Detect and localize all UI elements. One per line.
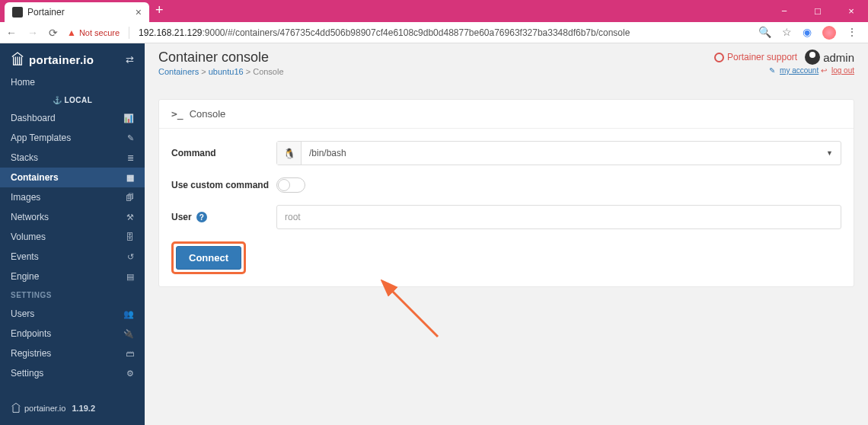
breadcrumb: Containers > ubuntu16 > Console <box>158 67 284 76</box>
sitemap-icon: ⚒ <box>126 212 134 222</box>
tab-close-icon[interactable]: × <box>136 6 142 18</box>
new-tab-button[interactable]: + <box>155 2 164 20</box>
nav-reload-icon[interactable]: ⟳ <box>49 27 58 39</box>
window-close[interactable]: × <box>834 0 868 22</box>
nav-back-icon[interactable]: ← <box>6 27 17 39</box>
custom-command-label: Use custom command <box>171 180 276 190</box>
toggle-knob <box>278 179 290 191</box>
history-icon: ↺ <box>127 252 134 262</box>
sidebar-item-stacks[interactable]: Stacks≣ <box>0 148 145 168</box>
browser-titlebar: Portainer × + − □ × <box>0 0 868 22</box>
sidebar-item-app-templates[interactable]: App Templates✎ <box>0 128 145 148</box>
sidebar-item-engine[interactable]: Engine▤ <box>0 267 145 286</box>
browser-menu-icon[interactable]: ⋮ <box>847 26 857 40</box>
user-badge[interactable]: admin <box>805 50 854 65</box>
window-maximize[interactable]: □ <box>801 0 834 22</box>
logo-text: portainer.io <box>29 53 94 66</box>
edit-icon: ✎ <box>769 66 775 75</box>
sidebar-item-volumes[interactable]: Volumes🗄 <box>0 227 145 247</box>
custom-command-toggle[interactable] <box>276 177 305 193</box>
clone-icon: 🗐 <box>126 193 134 202</box>
lifebuoy-icon <box>714 53 724 62</box>
sidebar-item-networks[interactable]: Networks⚒ <box>0 207 145 227</box>
browser-tab[interactable]: Portainer × <box>5 2 149 22</box>
collapse-icon[interactable]: ⇄ <box>126 54 134 66</box>
annotation-arrow-icon <box>381 280 449 348</box>
sidebar-footer: portainer.io 1.19.2 <box>0 395 145 425</box>
sidebar-settings-heading: SETTINGS <box>0 286 145 304</box>
nav-forward-icon: → <box>27 27 38 39</box>
user-icon <box>805 50 820 65</box>
browser-toolbar: ← → ⟳ ▲ Not secure 192.168.21.129:9000/#… <box>0 22 868 43</box>
connect-button[interactable]: Connect <box>176 246 241 270</box>
th-icon: ▤ <box>126 272 134 282</box>
portainer-logo-icon <box>11 51 24 68</box>
help-icon[interactable]: ? <box>196 212 207 222</box>
sidebar: portainer.io ⇄ Home ⚓ LOCAL Dashboard📊 A… <box>0 43 145 425</box>
connect-highlight: Connect <box>171 241 246 274</box>
caret-down-icon: ▼ <box>826 149 833 157</box>
profile-avatar-icon[interactable] <box>822 26 836 40</box>
panel-header: >_ Console <box>159 100 854 129</box>
window-minimize[interactable]: − <box>767 0 801 22</box>
account-links: ✎my account ↩log out <box>769 66 854 75</box>
logo[interactable]: portainer.io ⇄ <box>0 43 145 72</box>
main-content: Container console Containers > ubuntu16 … <box>145 43 868 425</box>
command-label: Command <box>171 148 276 158</box>
pencil-icon: ✎ <box>127 133 134 143</box>
logout-link[interactable]: log out <box>831 66 854 75</box>
breadcrumb-current: Console <box>253 67 283 76</box>
security-label: Not secure <box>79 28 120 37</box>
command-select[interactable]: 🐧 /bin/bash ▼ <box>276 141 841 165</box>
plug-icon: 🔌 <box>123 329 134 339</box>
cogs-icon: ⚙ <box>126 369 134 379</box>
security-badge[interactable]: ▲ Not secure <box>67 27 120 38</box>
stack-icon: ≣ <box>127 153 134 163</box>
breadcrumb-container-name[interactable]: ubuntu16 <box>209 67 244 76</box>
tab-favicon <box>12 7 23 18</box>
command-value: /bin/bash <box>309 148 346 158</box>
sidebar-item-containers[interactable]: Containers▦ <box>0 168 145 187</box>
user-input[interactable]: root <box>276 205 841 229</box>
page-title: Container console <box>158 50 284 66</box>
tachometer-icon: 📊 <box>123 113 134 123</box>
sidebar-item-endpoints[interactable]: Endpoints🔌 <box>0 324 145 344</box>
svg-line-0 <box>390 289 438 337</box>
warning-icon: ▲ <box>67 27 76 38</box>
logout-icon: ↩ <box>821 66 827 75</box>
database-icon: 🗄 <box>126 232 134 241</box>
linux-icon: 🐧 <box>277 142 302 165</box>
cubes-icon: ▦ <box>126 173 134 183</box>
bookmark-icon[interactable]: ☆ <box>782 26 792 40</box>
sidebar-item-registries[interactable]: Registries🗃 <box>0 344 145 363</box>
sidebar-item-settings[interactable]: Settings⚙ <box>0 363 145 383</box>
console-panel: >_ Console Command 🐧 /bin/bash ▼ Use cus… <box>158 99 854 287</box>
zoom-icon[interactable]: 🔍 <box>758 26 771 40</box>
terminal-icon: >_ <box>171 108 183 120</box>
address-bar[interactable]: 192.168.21.129:9000/#/containers/476735c… <box>139 27 749 38</box>
support-link[interactable]: Portainer support <box>714 52 797 62</box>
tab-title: Portainer <box>27 7 65 18</box>
portainer-small-icon <box>11 402 21 414</box>
archive-icon: 🗃 <box>126 349 134 358</box>
sidebar-item-home[interactable]: Home <box>0 72 145 92</box>
window-controls: − □ × <box>767 0 868 22</box>
version-label: 1.19.2 <box>72 404 95 413</box>
user-label: User ? <box>171 212 276 222</box>
sidebar-item-dashboard[interactable]: Dashboard📊 <box>0 108 145 128</box>
extension-icon[interactable]: ◉ <box>803 26 812 40</box>
sidebar-item-users[interactable]: Users👥 <box>0 304 145 324</box>
sidebar-item-events[interactable]: Events↺ <box>0 247 145 267</box>
my-account-link[interactable]: my account <box>780 66 819 75</box>
sidebar-group-local: ⚓ LOCAL <box>0 92 145 108</box>
users-icon: 👥 <box>123 309 134 319</box>
sidebar-item-images[interactable]: Images🗐 <box>0 187 145 207</box>
breadcrumb-containers[interactable]: Containers <box>158 67 199 76</box>
